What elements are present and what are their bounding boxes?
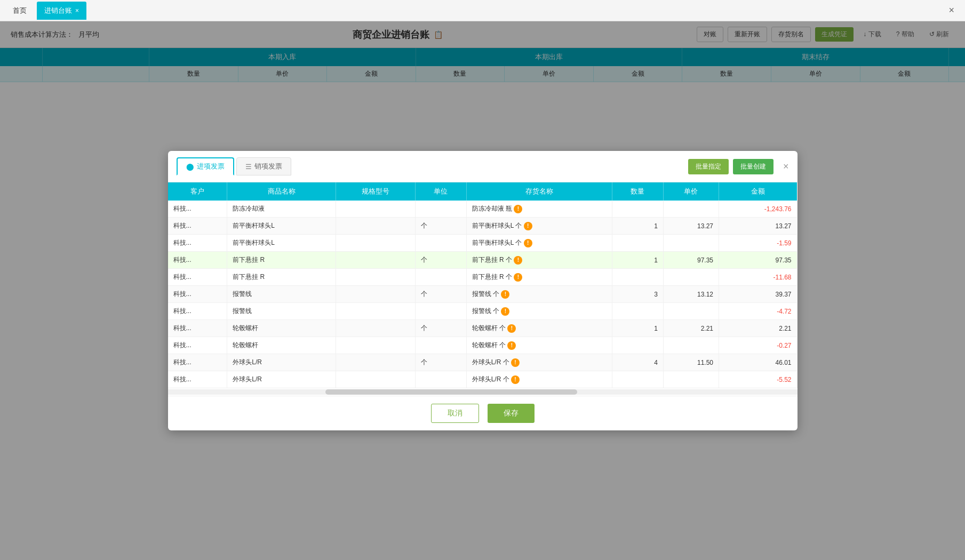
table-cell	[336, 320, 415, 337]
table-cell	[336, 354, 415, 371]
tab-close-icon[interactable]: ×	[75, 7, 79, 14]
table-cell: 46.01	[719, 354, 797, 371]
table-cell: 报警线 个 !	[466, 303, 612, 320]
table-cell: 1	[612, 320, 663, 337]
cancel-button[interactable]: 取消	[431, 404, 479, 423]
table-cell: 科技...	[168, 303, 227, 320]
modal-action-buttons: 批量指定 批量创建	[688, 159, 773, 174]
batch-assign-button[interactable]: 批量指定	[688, 159, 729, 174]
table-cell: 防冻冷却液	[227, 201, 336, 218]
table-row[interactable]: 科技...轮毂螺杆个轮毂螺杆 个 !12.212.21	[168, 320, 797, 337]
modal-close-button[interactable]: ×	[783, 161, 789, 172]
modal-table-wrapper[interactable]: 客户 商品名称 规格型号 单位 存货名称 数量 单价 金额 科技...防冻冷却液…	[168, 182, 797, 388]
tab-sales-invoice[interactable]: ☰ 销项发票	[236, 157, 291, 175]
warning-icon: !	[524, 222, 532, 230]
table-cell	[415, 371, 466, 388]
table-cell: 科技...	[168, 320, 227, 337]
modal-overlay: ⬤ 进项发票 ☰ 销项发票 批量指定 批量创建 ×	[0, 21, 965, 560]
invoice-table: 客户 商品名称 规格型号 单位 存货名称 数量 单价 金额 科技...防冻冷却液…	[168, 182, 797, 388]
table-row[interactable]: 科技...报警线个报警线 个 !313.1239.37	[168, 286, 797, 303]
table-cell: 前平衡杆球头L 个 !	[466, 218, 612, 235]
table-row[interactable]: 科技...报警线报警线 个 !-4.72	[168, 303, 797, 320]
table-row[interactable]: 科技...防冻冷却液防冻冷却液 瓶 !-1,243.76	[168, 201, 797, 218]
table-row[interactable]: 科技...前平衡杆球头L个前平衡杆球头L 个 !113.2713.27	[168, 218, 797, 235]
table-cell: -4.72	[719, 303, 797, 320]
warning-icon: !	[511, 375, 520, 384]
warning-icon: !	[524, 239, 532, 247]
warning-icon: !	[501, 307, 509, 316]
table-cell: 个	[415, 354, 466, 371]
table-cell: 13.12	[663, 286, 719, 303]
col-header-price: 单价	[663, 182, 719, 201]
table-cell: 轮毂螺杆 个 !	[466, 320, 612, 337]
table-cell	[415, 235, 466, 252]
table-cell	[612, 201, 663, 218]
table-cell	[663, 371, 719, 388]
table-cell: 前下悬挂 R	[227, 269, 336, 286]
save-button[interactable]: 保存	[488, 404, 535, 423]
table-cell	[663, 303, 719, 320]
table-cell	[612, 303, 663, 320]
active-tab[interactable]: 进销台账 ×	[37, 2, 86, 20]
table-cell	[612, 371, 663, 388]
table-cell	[415, 269, 466, 286]
table-cell	[336, 337, 415, 354]
table-cell	[336, 235, 415, 252]
horizontal-scrollbar[interactable]	[168, 389, 797, 395]
warning-icon: !	[514, 256, 522, 265]
table-cell: 4	[612, 354, 663, 371]
table-cell: 97.35	[663, 252, 719, 269]
table-cell: 科技...	[168, 235, 227, 252]
table-cell	[415, 201, 466, 218]
warning-icon: !	[507, 324, 516, 333]
col-header-amount: 金额	[719, 182, 797, 201]
table-cell: 外球头L/R 个 !	[466, 371, 612, 388]
main-content: 销售成本计算方法： 月平均 商贸企业进销台账 📋 对账 重新开账 存货别名 生成…	[0, 21, 965, 560]
table-row[interactable]: 科技...前平衡杆球头L前平衡杆球头L 个 !-1.59	[168, 235, 797, 252]
table-cell	[336, 303, 415, 320]
table-cell: 个	[415, 286, 466, 303]
table-cell: 外球头L/R	[227, 354, 336, 371]
table-header-row: 客户 商品名称 规格型号 单位 存货名称 数量 单价 金额	[168, 182, 797, 201]
col-header-product: 商品名称	[227, 182, 336, 201]
table-cell	[612, 269, 663, 286]
table-cell: 科技...	[168, 201, 227, 218]
modal-footer: 取消 保存	[168, 396, 797, 430]
table-cell: 报警线	[227, 286, 336, 303]
table-cell	[415, 337, 466, 354]
table-cell: 前平衡杆球头L	[227, 235, 336, 252]
table-cell: 科技...	[168, 252, 227, 269]
col-header-customer: 客户	[168, 182, 227, 201]
table-cell: 3	[612, 286, 663, 303]
table-cell: 前下悬挂 R	[227, 252, 336, 269]
table-cell: -11.68	[719, 269, 797, 286]
tab-purchase-label: 进项发票	[197, 162, 225, 171]
table-cell: 轮毂螺杆	[227, 320, 336, 337]
tab-purchase-invoice[interactable]: ⬤ 进项发票	[177, 157, 234, 175]
table-cell: 防冻冷却液 瓶 !	[466, 201, 612, 218]
window-close-button[interactable]: ×	[943, 5, 960, 16]
table-cell: 2.21	[719, 320, 797, 337]
table-row[interactable]: 科技...外球头L/R个外球头L/R 个 !411.5046.01	[168, 354, 797, 371]
table-cell: 轮毂螺杆	[227, 337, 336, 354]
table-row[interactable]: 科技...轮毂螺杆轮毂螺杆 个 !-0.27	[168, 337, 797, 354]
table-row[interactable]: 科技...前下悬挂 R个前下悬挂 R 个 !197.3597.35	[168, 252, 797, 269]
table-cell: 报警线 个 !	[466, 286, 612, 303]
table-row[interactable]: 科技...外球头L/R外球头L/R 个 !-5.52	[168, 371, 797, 388]
top-bar: 首页 进销台账 × ×	[0, 0, 965, 21]
table-cell	[336, 371, 415, 388]
table-cell	[336, 218, 415, 235]
table-cell: 科技...	[168, 354, 227, 371]
table-cell: 外球头L/R 个 !	[466, 354, 612, 371]
table-row[interactable]: 科技...前下悬挂 R前下悬挂 R 个 !-11.68	[168, 269, 797, 286]
batch-create-button[interactable]: 批量创建	[733, 159, 773, 174]
warning-icon: !	[514, 273, 522, 282]
table-cell: -1,243.76	[719, 201, 797, 218]
table-cell: -0.27	[719, 337, 797, 354]
table-cell	[336, 286, 415, 303]
table-cell: 2.21	[663, 320, 719, 337]
table-cell: -1.59	[719, 235, 797, 252]
home-tab[interactable]: 首页	[5, 2, 34, 20]
tab-label: 进销台账	[44, 6, 72, 15]
table-cell: 1	[612, 252, 663, 269]
